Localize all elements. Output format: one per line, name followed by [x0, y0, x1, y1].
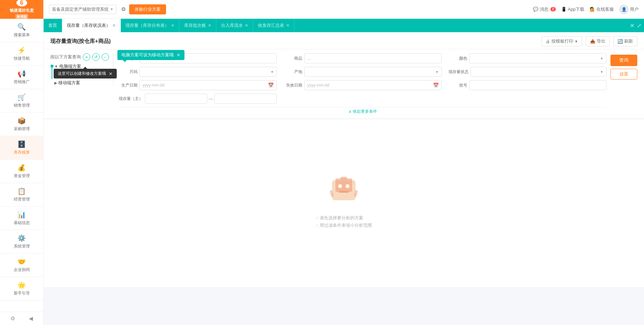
scheme-mobile-toggle[interactable]: ▶ 移动端方案: [54, 80, 109, 86]
purchase-icon: 📦: [17, 117, 26, 125]
message-btn[interactable]: 💬 消息 8: [533, 6, 556, 12]
page-actions: 🖨 按模板打印 ▼ 📤 导出 🔄 刷新: [541, 36, 637, 46]
sidebar-item-guide[interactable]: 🌟 新手引导: [0, 277, 43, 301]
production-date-placeholder: yyyy-mm-dd: [143, 83, 164, 88]
empty-state: 请先选择要分析的方案 用过滤条件来缩小分析范围: [316, 150, 372, 257]
finance-icon: 💰: [17, 164, 26, 172]
system-selector[interactable]: 装备及固定资产辅助管理系统 ▼: [49, 5, 116, 14]
export-btn[interactable]: 📤 导出: [586, 36, 610, 46]
sidebar-logo: 6 畅捷通好生意 标准版: [0, 0, 43, 19]
range-separator: —: [209, 96, 213, 101]
sidebar-item-operation[interactable]: 📋 经营管理: [0, 183, 43, 207]
expiry-date-input[interactable]: yyyy-mm-dd 📅: [304, 80, 441, 90]
sidebar-label-operation: 经营管理: [14, 197, 30, 202]
sidebar-item-search[interactable]: 🔍 搜索菜单: [0, 19, 43, 42]
logo-text: 畅捷通好生意: [10, 8, 34, 13]
stock-qty-min-input[interactable]: [145, 94, 207, 104]
print-btn-label: 按模板打印: [551, 38, 573, 44]
tab-expand-btn[interactable]: ⤢: [637, 22, 641, 29]
tooltip2-text: 这里可以创建和修改方案哦: [58, 71, 106, 76]
sidebar-item-inventory[interactable]: 🗄️ 库存核算: [0, 136, 43, 160]
sidebar-item-enterprise[interactable]: 🤝 企业协同: [0, 254, 43, 277]
tab-close-inventory-dist[interactable]: ✕: [171, 23, 174, 28]
sidebar-item-basic[interactable]: 📊 基础信息: [0, 207, 43, 230]
tab-inventory-status[interactable]: 现存量（库存状况表） ✕: [62, 19, 121, 32]
scheme-line: [52, 65, 52, 79]
export-icon: 📤: [590, 39, 595, 44]
print-btn[interactable]: 🖨 按模板打印 ▼: [541, 36, 582, 46]
filter-refresh-btn[interactable]: ↺: [92, 53, 100, 61]
tab-inventory-dist[interactable]: 现存量（库存分布表） ✕: [121, 19, 179, 32]
tabs-bar: 首页 现存量（库存状况表） ✕ 现存量（库存分布表） ✕ 库存批次账 ✕ 出入库…: [44, 19, 644, 32]
filter-field-product: 商品 ...: [283, 53, 441, 63]
app-download-btn[interactable]: 📱 App下载: [561, 6, 584, 12]
system-name: 装备及固定资产辅助管理系统: [52, 6, 109, 12]
filter-add-scheme-btn[interactable]: +: [83, 53, 90, 61]
production-date-label: 生产日期: [119, 83, 138, 88]
tab-close-inout-flow[interactable]: ✕: [245, 23, 248, 28]
sidebar-item-system[interactable]: ⚙️ 系统管理: [0, 230, 43, 254]
refresh-btn[interactable]: 🔄 刷新: [613, 36, 637, 46]
tab-close-receipt-summary[interactable]: ✕: [286, 23, 289, 28]
sidebar: 6 畅捷通好生意 标准版 🔍 搜索菜单 ⚡ 快捷导航 📢 营销推广 🛒 销售管理…: [0, 0, 44, 325]
tab-home[interactable]: 首页: [44, 19, 62, 32]
tab-batch-ledger[interactable]: 库存批次账 ✕: [179, 19, 216, 32]
batch-label: 批号: [448, 83, 467, 88]
tab-close-inventory-status[interactable]: ✕: [112, 23, 116, 28]
sidebar-item-finance[interactable]: 💰 资金管理: [0, 160, 43, 183]
print-dropdown-icon: ▼: [575, 40, 578, 43]
scheme-mobile-label: 移动端方案: [58, 80, 80, 86]
empty-step-2: 用过滤条件来缩小分析范围: [316, 222, 372, 228]
scheme-dot: [51, 65, 53, 67]
filter-prev-btn[interactable]: ←: [102, 53, 109, 61]
mobile-arrow: ▶: [54, 81, 57, 85]
phone-icon: 📱: [561, 7, 567, 12]
stock-status-input[interactable]: ▼: [471, 67, 606, 77]
collapse-label: 收起更多条件: [353, 109, 377, 114]
query-btn[interactable]: 查询: [610, 55, 637, 66]
empty-state-area: 请先选择要分析的方案 用过滤条件来缩小分析范围: [44, 119, 644, 287]
reset-btn[interactable]: 设置: [610, 69, 637, 79]
tab-close-batch-ledger[interactable]: ✕: [208, 23, 211, 28]
settings-gear-icon[interactable]: ⚙: [121, 6, 126, 12]
batch-input[interactable]: [469, 80, 606, 90]
tab-inout-flow[interactable]: 出入库流水 ✕: [216, 19, 253, 32]
sidebar-label-basic: 基础信息: [14, 220, 30, 226]
sidebar-collapse-btn[interactable]: ◀: [29, 315, 33, 322]
sidebar-item-marketing[interactable]: 📢 营销推广: [0, 66, 43, 89]
filter-field-origin: 产地 ▼: [283, 67, 441, 77]
color-input[interactable]: ▼: [469, 53, 606, 63]
tab-receipt-summary[interactable]: 收发存汇总表 ✕: [253, 19, 294, 32]
tooltip1-close[interactable]: ✕: [176, 52, 180, 58]
message-label: 消息: [540, 6, 548, 12]
filter-field-size: 尺码 ▼: [119, 67, 277, 77]
stock-status-dropdown-icon: ▼: [600, 70, 603, 74]
color-label: 颜色: [448, 56, 467, 61]
production-date-input[interactable]: yyyy-mm-dd 📅: [140, 80, 277, 90]
origin-input[interactable]: ▼: [304, 67, 441, 77]
main-content: 现存量查询(按仓库+商品) 🖨 按模板打印 ▼ 📤 导出 🔄 刷新 按以下方案查…: [44, 32, 644, 325]
sidebar-item-sales[interactable]: 🛒 销售管理: [0, 89, 43, 113]
sidebar-nav: 🔍 搜索菜单 ⚡ 快捷导航 📢 营销推广 🛒 销售管理 📦 采购管理 🗄️ 库存…: [0, 19, 43, 312]
collapse-row[interactable]: ∧ 收起更多条件: [119, 107, 606, 116]
tab-close-all-btn[interactable]: ✕: [630, 22, 634, 29]
sidebar-settings-btn[interactable]: ⚙: [10, 315, 15, 322]
system-dropdown-icon: ▼: [110, 7, 113, 11]
tab-batch-ledger-label: 库存批次账: [184, 22, 206, 29]
stock-qty-max-input[interactable]: [214, 94, 277, 104]
size-input[interactable]: ▼: [140, 67, 277, 77]
user-menu[interactable]: 👤 用户: [619, 5, 639, 14]
page-header: 现存量查询(按仓库+商品) 🖨 按模板打印 ▼ 📤 导出 🔄 刷新: [44, 32, 644, 49]
header: 装备及固定资产辅助管理系统 ▼ ⚙ 体验行业方案 💬 消息 8 📱 App下载 …: [44, 0, 644, 19]
tab-inout-flow-label: 出入库流水: [221, 22, 243, 29]
trial-btn[interactable]: 体验行业方案: [129, 4, 166, 14]
sidebar-item-nav[interactable]: ⚡ 快捷导航: [0, 42, 43, 66]
sidebar-label-purchase: 采购管理: [14, 126, 30, 132]
product-input[interactable]: ...: [304, 53, 441, 63]
tooltip2-close[interactable]: ✕: [109, 71, 113, 76]
expiry-date-icon: 📅: [433, 83, 439, 88]
tooltip-create-scheme: 这里可以创建和修改方案哦 ✕: [54, 69, 117, 78]
production-date-icon: 📅: [268, 83, 274, 88]
sidebar-item-purchase[interactable]: 📦 采购管理: [0, 113, 43, 136]
online-support-btn[interactable]: 💁 在线客服: [590, 6, 614, 12]
